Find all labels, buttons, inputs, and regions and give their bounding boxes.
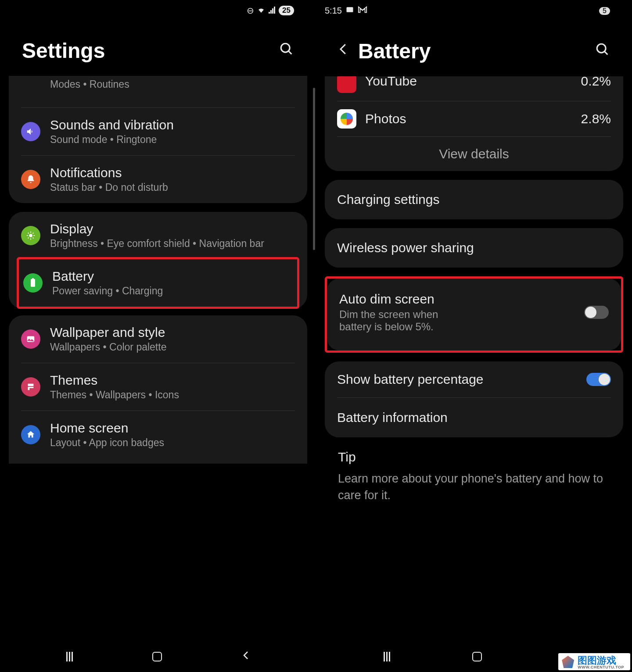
highlight-battery: Battery Power saving • Charging: [17, 257, 299, 309]
svg-point-15: [597, 44, 606, 53]
battery-info-row[interactable]: Battery information: [337, 397, 611, 437]
app-name: YouTube: [365, 76, 572, 89]
settings-row-notifications[interactable]: Notifications Status bar • Do not distur…: [21, 155, 295, 203]
statusbar-left: ⊖ 25: [9, 0, 307, 21]
home-icon: [21, 425, 40, 444]
gallery-status-icon: [345, 5, 354, 16]
brush-icon: [21, 377, 40, 397]
settings-row-display[interactable]: Display Brightness • Eye comfort shield …: [21, 212, 295, 259]
photos-icon: [337, 109, 356, 129]
picture-icon: [21, 329, 40, 349]
clock: 5:15: [325, 6, 342, 16]
app-row-photos[interactable]: Photos 2.8%: [337, 101, 611, 136]
settings-row-battery[interactable]: Battery Power saving • Charging: [23, 259, 293, 307]
show-pct-title: Show battery percentage: [337, 372, 484, 387]
battery-screen: 5:15 5 Battery: [316, 0, 632, 672]
recents-button[interactable]: [66, 652, 73, 661]
auto-dim-card: Auto dim screen Dim the screen when batt…: [327, 279, 621, 350]
row-sub: Status bar • Do not disturb: [50, 182, 295, 193]
watermark-main: 图图游戏: [578, 656, 616, 665]
youtube-icon: [337, 76, 356, 93]
back-icon[interactable]: [338, 42, 348, 61]
dnd-icon: ⊖: [247, 5, 254, 16]
svg-rect-11: [31, 279, 35, 287]
auto-dim-toggle[interactable]: [584, 306, 609, 319]
settings-group-2: Display Brightness • Eye comfort shield …: [9, 212, 307, 309]
percentage-info-card: Show battery percentage Battery informat…: [325, 361, 623, 437]
auto-dim-row[interactable]: Auto dim screen Dim the screen when batt…: [339, 281, 609, 343]
wifi-icon: [257, 6, 266, 16]
settings-header: Settings: [9, 21, 307, 76]
wireless-sharing-card[interactable]: Wireless power sharing: [325, 228, 623, 268]
back-button[interactable]: [241, 650, 250, 664]
row-title: Sounds and vibration: [50, 118, 295, 132]
row-title: Notifications: [50, 165, 295, 180]
svg-rect-12: [32, 278, 34, 279]
battery-icon: [23, 273, 43, 293]
search-icon[interactable]: [279, 42, 294, 60]
navbar-left: [0, 641, 316, 672]
row-title: Themes: [50, 373, 295, 388]
svg-line-9: [28, 238, 29, 239]
row-sub: Sound mode • Ringtone: [50, 134, 295, 146]
show-pct-toggle[interactable]: [586, 373, 611, 386]
app-pct: 0.2%: [581, 76, 611, 89]
home-button[interactable]: [152, 652, 162, 661]
show-pct-row[interactable]: Show battery percentage: [337, 361, 611, 397]
row-sub: Wallpapers • Color palette: [50, 341, 295, 353]
brightness-icon: [21, 226, 40, 245]
watermark-sub: WWW.CHENTUTU.TOP: [578, 665, 624, 669]
gmail-status-icon: [358, 6, 367, 16]
svg-point-0: [281, 43, 290, 52]
svg-rect-14: [346, 7, 353, 12]
signal-icon: [268, 6, 276, 16]
svg-line-1: [288, 51, 291, 54]
view-details-link[interactable]: View details: [337, 136, 611, 171]
sound-icon: [21, 122, 40, 141]
tip-text: Learn more about your phone's battery an…: [338, 471, 610, 504]
app-name: Photos: [365, 111, 572, 126]
search-icon[interactable]: [595, 42, 610, 61]
usage-card: YouTube 0.2% Photos 2.8% View details: [325, 76, 623, 171]
battery-header: Battery: [325, 21, 623, 76]
app-pct: 2.8%: [581, 111, 611, 126]
page-title: Battery: [358, 39, 431, 63]
page-title: Settings: [22, 39, 105, 63]
row-title: Wallpaper and style: [50, 325, 295, 340]
highlight-auto-dim: Auto dim screen Dim the screen when batt…: [325, 276, 623, 353]
battery-info-label: Battery information: [337, 410, 448, 425]
svg-point-2: [29, 234, 32, 237]
recents-button[interactable]: [384, 652, 390, 661]
home-button[interactable]: [472, 652, 482, 661]
tip-title: Tip: [338, 450, 610, 465]
settings-row-sounds[interactable]: Sounds and vibration Sound mode • Ringto…: [21, 107, 295, 155]
row-sub: Layout • App icon badges: [50, 437, 295, 449]
row-sub: Themes • Wallpapers • Icons: [50, 389, 295, 401]
settings-screen: ⊖ 25 Settings Modes • Routines: [0, 0, 316, 672]
settings-group-3: Wallpaper and style Wallpapers • Color p…: [9, 315, 307, 464]
auto-dim-sub: Dim the screen when battery is below 5%.: [339, 308, 459, 333]
svg-line-8: [33, 238, 34, 239]
wireless-sharing-label: Wireless power sharing: [337, 228, 611, 268]
settings-row-homescreen[interactable]: Home screen Layout • App icon badges: [21, 411, 295, 458]
row-sub: Brightness • Eye comfort shield • Naviga…: [50, 238, 295, 250]
settings-row-themes[interactable]: Themes Themes • Wallpapers • Icons: [21, 363, 295, 411]
battery-content: YouTube 0.2% Photos 2.8% View details Ch…: [325, 76, 623, 672]
row-title: Display: [50, 222, 295, 236]
battery-pill-left: 25: [279, 6, 294, 15]
row-title: Battery: [52, 269, 293, 284]
notification-badge: 5: [599, 7, 610, 15]
svg-line-16: [604, 51, 607, 54]
statusbar-right: 5:15 5: [325, 0, 623, 21]
settings-content: Modes • Routines Sounds and vibration So…: [9, 76, 307, 672]
charging-settings-card[interactable]: Charging settings: [325, 180, 623, 219]
bell-icon: [21, 170, 40, 189]
app-row-youtube[interactable]: YouTube 0.2%: [337, 76, 611, 101]
row-title: Home screen: [50, 421, 295, 436]
svg-line-7: [28, 233, 29, 234]
settings-row-wallpaper[interactable]: Wallpaper and style Wallpapers • Color p…: [21, 315, 295, 363]
row-sub: Power saving • Charging: [52, 285, 293, 297]
svg-line-10: [33, 233, 34, 234]
settings-row-modes[interactable]: Modes • Routines: [21, 79, 295, 107]
watermark: 图图游戏 WWW.CHENTUTU.TOP: [558, 653, 630, 670]
